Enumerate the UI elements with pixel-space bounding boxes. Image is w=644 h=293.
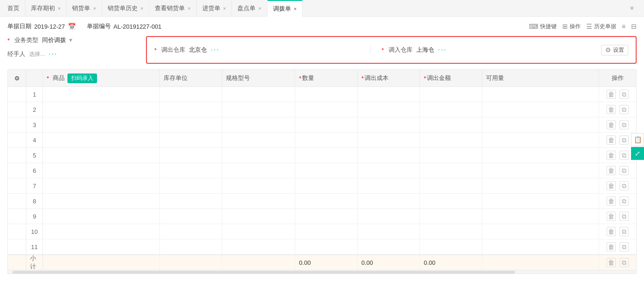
row-product-cell[interactable] [43, 239, 160, 254]
float-note-button[interactable]: 📋 [631, 133, 644, 146]
float-expand-button[interactable]: ⤢ [631, 147, 644, 160]
tab-transfer-order-close[interactable]: × [294, 6, 297, 12]
row-delete-icon[interactable]: 🗑 [607, 227, 616, 236]
row-avail-cell[interactable] [482, 87, 599, 102]
row-delete-icon[interactable]: 🗑 [607, 242, 616, 251]
row-unit-cell[interactable] [160, 209, 222, 224]
row-qty-cell[interactable] [295, 239, 358, 254]
row-delete-icon[interactable]: 🗑 [607, 151, 616, 160]
row-product-cell[interactable] [43, 194, 160, 208]
row-delete-icon[interactable]: 🗑 [607, 105, 616, 114]
row-avail-cell[interactable] [482, 133, 599, 147]
row-qty-cell[interactable] [295, 117, 358, 132]
row-unit-cell[interactable] [160, 133, 222, 147]
row-avail-cell[interactable] [482, 224, 599, 239]
row-spec-cell[interactable] [222, 117, 296, 132]
row-avail-cell[interactable] [482, 102, 599, 117]
row-amount-cell[interactable] [420, 148, 482, 163]
row-spec-cell[interactable] [222, 224, 296, 239]
row-qty-cell[interactable] [295, 209, 358, 224]
row-unit-cell[interactable] [160, 178, 222, 193]
row-avail-cell[interactable] [482, 239, 599, 254]
scan-button[interactable]: 扫码录入 [67, 73, 97, 83]
subtotal-delete-icon[interactable]: 🗑 [607, 258, 616, 267]
row-cost-cell[interactable] [358, 178, 420, 193]
layout1-button[interactable]: ≡ [622, 23, 626, 30]
row-copy-icon[interactable]: ⧉ [620, 151, 629, 160]
operations-button[interactable]: ⊞ 操作 [562, 23, 581, 31]
row-qty-cell[interactable] [295, 163, 358, 178]
row-unit-cell[interactable] [160, 102, 222, 117]
row-unit-cell[interactable] [160, 239, 222, 254]
row-spec-cell[interactable] [222, 87, 296, 102]
row-product-cell[interactable] [43, 178, 160, 193]
row-cost-cell[interactable] [358, 148, 420, 163]
row-unit-cell[interactable] [160, 224, 222, 239]
row-cost-cell[interactable] [358, 102, 420, 117]
row-cost-cell[interactable] [358, 117, 420, 132]
row-cost-cell[interactable] [358, 224, 420, 239]
row-product-cell[interactable] [43, 163, 160, 178]
row-product-cell[interactable] [43, 209, 160, 224]
row-cost-cell[interactable] [358, 239, 420, 254]
row-amount-cell[interactable] [420, 102, 482, 117]
row-spec-cell[interactable] [222, 163, 296, 178]
tab-sales-history-close[interactable]: × [140, 6, 143, 11]
layout2-button[interactable]: ⊟ [631, 23, 637, 30]
row-spec-cell[interactable] [222, 194, 296, 208]
tab-purchase-order-close[interactable]: × [223, 6, 226, 11]
row-copy-icon[interactable]: ⧉ [620, 105, 629, 114]
row-qty-cell[interactable] [295, 102, 358, 117]
row-avail-cell[interactable] [482, 194, 599, 208]
row-cost-cell[interactable] [358, 194, 420, 208]
row-spec-cell[interactable] [222, 178, 296, 193]
row-spec-cell[interactable] [222, 102, 296, 117]
row-amount-cell[interactable] [420, 178, 482, 193]
row-qty-cell[interactable] [295, 224, 358, 239]
row-product-cell[interactable] [43, 117, 160, 132]
row-cost-cell[interactable] [358, 209, 420, 224]
shortcuts-button[interactable]: ⌨ 快捷键 [529, 23, 557, 31]
row-spec-cell[interactable] [222, 209, 296, 224]
row-unit-cell[interactable] [160, 163, 222, 178]
settings-button[interactable]: ⚙ 设置 [601, 45, 628, 55]
subtotal-copy-icon[interactable]: ⧉ [620, 258, 629, 267]
row-amount-cell[interactable] [420, 117, 482, 132]
row-unit-cell[interactable] [160, 117, 222, 132]
row-product-cell[interactable] [43, 102, 160, 117]
row-qty-cell[interactable] [295, 178, 358, 193]
row-qty-cell[interactable] [295, 133, 358, 147]
transfer-in-more-icon[interactable]: ··· [438, 46, 447, 54]
scrollbar-area[interactable] [8, 270, 636, 274]
row-avail-cell[interactable] [482, 178, 599, 193]
row-amount-cell[interactable] [420, 224, 482, 239]
row-product-cell[interactable] [43, 148, 160, 163]
row-delete-icon[interactable]: 🗑 [607, 212, 616, 221]
calendar-icon[interactable]: 📅 [68, 23, 76, 30]
row-avail-cell[interactable] [482, 209, 599, 224]
tab-purchase-order[interactable]: 进货单 × [197, 0, 232, 17]
row-spec-cell[interactable] [222, 148, 296, 163]
row-spec-cell[interactable] [222, 133, 296, 147]
tab-sales-order[interactable]: 销货单 × [67, 0, 102, 17]
row-copy-icon[interactable]: ⧉ [620, 227, 629, 236]
tab-sales-history[interactable]: 销货单历史 × [102, 0, 149, 17]
row-copy-icon[interactable]: ⧉ [620, 181, 629, 190]
row-qty-cell[interactable] [295, 87, 358, 102]
business-type-select[interactable]: 同价调拨 ▼ [42, 36, 116, 44]
tab-view-sales-close[interactable]: × [188, 6, 190, 11]
col-settings-button[interactable]: ⚙ [8, 70, 26, 86]
row-amount-cell[interactable] [420, 194, 482, 208]
row-amount-cell[interactable] [420, 87, 482, 102]
handler-more-icon[interactable]: ··· [49, 50, 57, 58]
row-avail-cell[interactable] [482, 117, 599, 132]
row-avail-cell[interactable] [482, 148, 599, 163]
tab-inventory-init-close[interactable]: × [58, 6, 61, 11]
row-product-cell[interactable] [43, 133, 160, 147]
row-spec-cell[interactable] [222, 239, 296, 254]
row-copy-icon[interactable]: ⧉ [620, 212, 629, 221]
row-copy-icon[interactable]: ⧉ [620, 166, 629, 175]
row-delete-icon[interactable]: 🗑 [607, 196, 616, 206]
row-copy-icon[interactable]: ⧉ [620, 135, 629, 145]
row-product-cell[interactable] [43, 87, 160, 102]
